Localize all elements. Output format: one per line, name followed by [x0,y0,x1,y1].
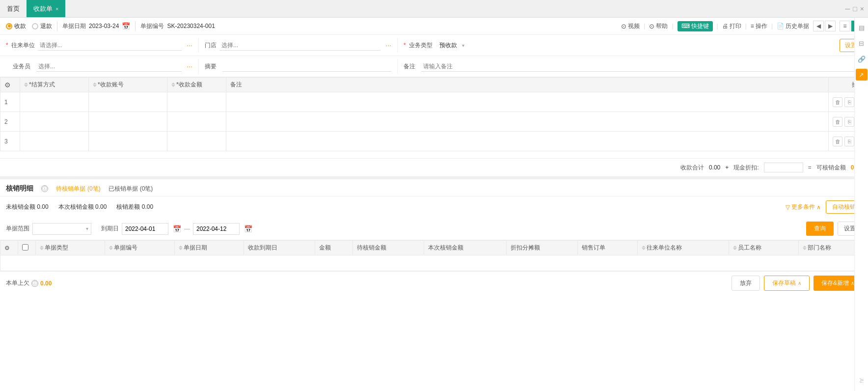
calendar-start-icon[interactable]: 📅 [173,225,181,233]
sort-counterpart-icon[interactable] [642,246,646,250]
remark-input[interactable] [421,61,862,72]
history-btn[interactable]: 📄 历史单据 [777,22,809,30]
save-draft-arrow[interactable]: ∧ [798,280,801,286]
sidebar-icon-2[interactable]: ⊟ [856,37,868,49]
cell-account-2[interactable] [89,112,167,132]
verify-tab-pending[interactable]: 待核销单据 (0笔) [56,185,101,193]
bt-th-staff: 员工名称 [729,241,798,255]
bt-th-sales: 销售订单 [577,241,637,255]
bt-select-all-checkbox[interactable] [22,244,28,251]
staff-more-icon[interactable]: ··· [187,62,192,70]
filter-date-end[interactable] [193,223,240,235]
shortcut-btn[interactable]: ⌨ 快捷键 [678,21,713,31]
cell-account-3[interactable] [89,132,167,151]
filter-range-select[interactable] [32,223,91,235]
bt-gear-icon[interactable]: ⚙ [4,245,10,251]
delete-icon-1[interactable]: 🗑 [833,97,842,107]
bt-th-current-label: 本次核销金额 [428,244,463,251]
sep4: | [745,23,747,29]
query-btn[interactable]: 查询 [806,222,834,236]
nav-prev-btn[interactable]: ◀ [813,21,824,31]
copy-icon-2[interactable]: ⎘ [844,117,854,127]
more-conditions-btn[interactable]: ▽ 更多条件 ∧ [786,203,821,211]
minimize-icon[interactable]: ─ [845,5,850,13]
bt-th-type-label: 单据类型 [45,244,68,252]
sort-staff-icon[interactable] [733,246,737,250]
tab-active[interactable]: 收款单 × [27,0,65,17]
cell-account-1[interactable] [89,92,167,112]
calendar-icon[interactable]: 📅 [122,22,130,30]
tab-home-label: 首页 [7,4,20,13]
cell-settlement-1[interactable] [20,92,89,112]
help-btn[interactable]: ⊙ 帮助 [649,22,668,30]
cell-remark-1[interactable] [226,92,829,112]
counterpart-input[interactable] [38,40,182,51]
filter-date-start[interactable] [122,223,168,235]
sidebar-icon-4[interactable]: ↗ [856,69,868,81]
sort-number-icon[interactable] [109,246,113,250]
video-btn[interactable]: ⊙ 视频 [621,22,640,30]
summary-input[interactable] [222,61,391,72]
radio-tuikuan[interactable]: 退款 [32,22,52,30]
cash-discount-input[interactable] [764,163,803,172]
verify-info-icon[interactable]: ⓘ [41,185,48,192]
tab-home[interactable]: 首页 [0,0,27,17]
delete-icon-2[interactable]: 🗑 [833,117,842,127]
maximize-icon[interactable]: □ [853,5,857,13]
save-new-arrow[interactable]: ∧ [851,280,854,286]
bt-th-checkbox [18,241,36,255]
close-icon[interactable]: × [860,5,864,13]
verify-tab-done[interactable]: 已核销单据 (0笔) [108,185,153,193]
sidebar-icon-1[interactable]: ▤ [856,22,868,33]
cell-settlement-3[interactable] [20,132,89,151]
th-amount: *收款金额 [167,78,226,92]
gear-icon[interactable]: ⚙ [4,81,11,89]
verify-stats: 未核销金额 0.00 本次核销金额 0.00 核销差额 0.00 ▽ 更多条件 … [0,196,868,218]
abandon-btn[interactable]: 放弃 [732,276,760,291]
print-btn[interactable]: 🖨 打印 [722,22,741,30]
operation-btn[interactable]: ≡ 操作 [751,22,767,30]
calendar-end-icon[interactable]: 📅 [244,225,252,233]
bottom-value: 0.00 [40,280,52,287]
copy-icon-3[interactable]: ⎘ [844,137,854,146]
th-remark-label: 备注 [230,81,242,88]
verify-tab-pending-label: 待核销单据 [56,185,85,193]
nav-next-btn[interactable]: ▶ [825,21,836,31]
cell-remark-2[interactable] [226,112,829,132]
sort-account-icon[interactable] [93,83,97,87]
form-row-1: * 往来单位 ··· 门店 ··· * 业务类型 预收款 ▾ 设置 [0,35,868,56]
radio-shoukuan[interactable]: 收款 [6,22,26,30]
save-draft-btn[interactable]: 保存草稿 ∧ [764,276,810,291]
cell-settlement-2[interactable] [20,112,89,132]
form-row-2: 业务员 ··· 摘要 备注 [0,56,868,77]
cell-remark-3[interactable] [226,132,829,151]
view-list-btn[interactable]: ≡ [840,21,850,31]
store-more-icon[interactable]: ··· [385,41,391,49]
sort-date-icon[interactable] [179,246,183,250]
business-type-field: * 业务类型 预收款 ▾ [404,41,590,50]
biz-dropdown-icon[interactable]: ▾ [462,43,464,48]
sort-settlement-icon[interactable] [24,83,28,87]
staff-input[interactable] [36,61,182,72]
sum-label1: 收款合计 [680,164,704,172]
th-account-label: *收款账号 [98,81,124,89]
tab-close-icon[interactable]: × [55,6,58,12]
sort-amount-icon[interactable] [171,83,175,87]
copy-icon-1[interactable]: ⎘ [844,97,854,107]
sort-type-icon[interactable] [40,246,44,250]
tab-active-label: 收款单 [33,4,53,13]
bt-th-counterpart: 往来单位名称 [638,241,729,255]
delete-icon-3[interactable]: 🗑 [833,137,842,146]
th-remark: 备注 [226,78,829,92]
cell-amount-3[interactable] [167,132,226,151]
cell-amount-2[interactable] [167,112,226,132]
sidebar-icon-3[interactable]: 🔗 [856,53,868,65]
cell-amount-1[interactable] [167,92,226,112]
toolbar-sep-2 [135,21,136,31]
counterpart-more-icon[interactable]: ··· [187,41,192,49]
store-input[interactable] [219,40,380,51]
history-icon: 📄 [777,23,784,29]
bottom-info-icon[interactable]: ⓘ [31,280,38,287]
bt-th-amount: 金额 [315,241,353,255]
sort-dept-icon[interactable] [803,246,807,250]
